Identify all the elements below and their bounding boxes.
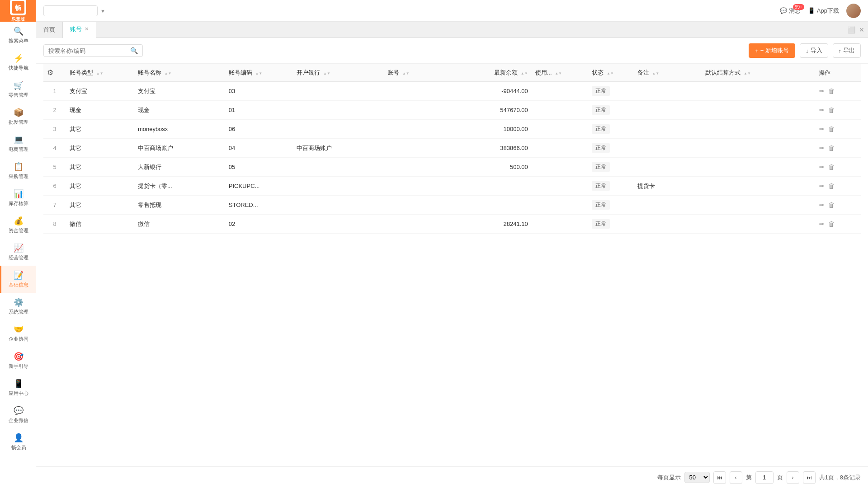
tab-account[interactable]: 账号 ✕ — [63, 22, 96, 38]
sidebar-item-ecommerce[interactable]: 💻 电商管理 — [0, 130, 36, 157]
tab-home-label: 首页 — [43, 26, 55, 34]
page-number-input[interactable] — [755, 471, 774, 484]
tabbar-minimize-icon[interactable]: ⬜ — [848, 26, 855, 33]
status-badge: 正常 — [592, 105, 610, 115]
sidebar-item-member[interactable]: 👤 畅会员 — [0, 428, 36, 455]
cell-settlement — [702, 158, 815, 177]
sort-name-icon: ▲▼ — [165, 72, 172, 75]
table-row: 6 其它 提货卡（零... PICKUPC... 正常 提货卡 ✏ 🗑 — [43, 177, 861, 196]
prev-page-button[interactable]: ‹ — [730, 471, 742, 484]
cell-settlement — [702, 215, 815, 234]
sidebar-item-search-menu[interactable]: 🔍 搜索菜单 — [0, 22, 36, 49]
edit-button[interactable]: ✏ — [819, 125, 825, 133]
cell-settlement — [702, 82, 815, 101]
app-download-button[interactable]: 📱 App下载 — [808, 7, 839, 15]
sidebar-label-basic-info: 基础信息 — [9, 282, 28, 288]
msg-button[interactable]: 💬 消息 99+ — [780, 7, 801, 15]
delete-button[interactable]: 🗑 — [828, 182, 835, 190]
cell-action: ✏ 🗑 — [815, 158, 861, 177]
sidebar-item-operations[interactable]: 📈 经营管理 — [0, 239, 36, 266]
cell-balance — [452, 177, 532, 196]
col-header-use[interactable]: 使用... ▲▼ — [532, 64, 589, 82]
edit-button[interactable]: ✏ — [819, 87, 825, 95]
add-label: + 新增账号 — [760, 47, 789, 55]
cell-name: 中百商场账户 — [134, 139, 225, 158]
cell-bank — [293, 120, 384, 139]
col-header-settings[interactable]: ⚙ — [43, 64, 66, 82]
cell-settlement — [702, 196, 815, 215]
sidebar-item-system[interactable]: ⚙️ 系统管理 — [0, 293, 36, 320]
table-row: 5 其它 大新银行 05 500.00 正常 ✏ 🗑 — [43, 158, 861, 177]
delete-button[interactable]: 🗑 — [828, 125, 835, 133]
sidebar-item-finance[interactable]: 💰 资金管理 — [0, 211, 36, 239]
delete-button[interactable]: 🗑 — [828, 106, 835, 114]
sidebar-item-purchase[interactable]: 📋 采购管理 — [0, 157, 36, 184]
col-header-settlement[interactable]: 默认结算方式 ▲▼ — [702, 64, 815, 82]
edit-button[interactable]: ✏ — [819, 163, 825, 171]
sidebar-icon-app-center: 📱 — [14, 379, 24, 389]
delete-button[interactable]: 🗑 — [828, 220, 835, 228]
cell-status: 正常 — [588, 101, 633, 120]
export-button[interactable]: ↑ 导出 — [833, 43, 861, 58]
user-avatar[interactable] — [846, 4, 861, 18]
tabbar-close-icon[interactable]: ✕ — [859, 26, 864, 33]
sort-bank-icon: ▲▼ — [323, 72, 330, 75]
total-label: 共1页，8条记录 — [819, 474, 861, 482]
col-header-bank[interactable]: 开户银行 ▲▼ — [293, 64, 384, 82]
page-size-select[interactable]: 50 100 200 — [684, 472, 710, 483]
sidebar-item-quick-nav[interactable]: ⚡ 快捷导航 — [0, 49, 36, 76]
sidebar-item-agreement[interactable]: 🤝 企业协同 — [0, 320, 36, 347]
import-button[interactable]: ↓ 导入 — [800, 43, 828, 58]
edit-button[interactable]: ✏ — [819, 201, 825, 209]
page-size-label: 每页显示 — [657, 474, 681, 482]
delete-button[interactable]: 🗑 — [828, 87, 835, 95]
table-row: 4 其它 中百商场账户 04 中百商场账户 383866.00 正常 ✏ 🗑 — [43, 139, 861, 158]
sidebar-item-inventory[interactable]: 📊 库存核算 — [0, 184, 36, 211]
sidebar-icon-finance: 💰 — [14, 216, 24, 226]
col-header-type[interactable]: 账号类型 ▲▼ — [66, 64, 134, 82]
edit-button[interactable]: ✏ — [819, 144, 825, 152]
delete-button[interactable]: 🗑 — [828, 201, 835, 209]
sidebar-item-wholesale[interactable]: 📦 批发管理 — [0, 103, 36, 130]
col-header-code[interactable]: 账号编码 ▲▼ — [225, 64, 293, 82]
content-area: 🔍 + + 新增账号 ↓ 导入 ↑ 导出 — [36, 38, 868, 488]
sidebar-item-retail[interactable]: 🛒 零售管理 — [0, 76, 36, 103]
sidebar-item-wechat[interactable]: 💬 企业微信 — [0, 401, 36, 428]
edit-button[interactable]: ✏ — [819, 220, 825, 228]
edit-button[interactable]: ✏ — [819, 106, 825, 114]
tab-home[interactable]: 首页 — [36, 22, 63, 38]
settings-icon: ⚙ — [47, 69, 53, 76]
search-input[interactable] — [48, 47, 130, 54]
status-badge: 正常 — [592, 124, 610, 134]
last-page-button[interactable]: ⏭ — [803, 471, 816, 484]
cell-status: 正常 — [588, 82, 633, 101]
cell-account — [384, 120, 452, 139]
cell-type: 现金 — [66, 101, 134, 120]
sidebar-label-inventory: 库存核算 — [9, 200, 28, 207]
cell-num: 8 — [43, 215, 66, 234]
cell-type: 其它 — [66, 196, 134, 215]
sidebar-label-member: 畅会员 — [11, 444, 26, 451]
col-header-status[interactable]: 状态 ▲▼ — [588, 64, 633, 82]
sidebar-item-app-center[interactable]: 📱 应用中心 — [0, 374, 36, 401]
col-header-balance[interactable]: 最新余额 ▲▼ — [452, 64, 532, 82]
cell-account — [384, 196, 452, 215]
sidebar-item-basic-info[interactable]: 📝 基础信息 — [0, 266, 36, 293]
first-page-button[interactable]: ⏮ — [713, 471, 726, 484]
col-header-account[interactable]: 账号 ▲▼ — [384, 64, 452, 82]
cell-code: 06 — [225, 120, 293, 139]
next-page-button[interactable]: › — [787, 471, 799, 484]
cell-code: STORED... — [225, 196, 293, 215]
sidebar-label-wholesale: 批发管理 — [9, 119, 28, 126]
delete-button[interactable]: 🗑 — [828, 163, 835, 171]
col-header-name[interactable]: 账号名称 ▲▼ — [134, 64, 225, 82]
add-account-button[interactable]: + + 新增账号 — [749, 43, 795, 58]
delete-button[interactable]: 🗑 — [828, 144, 835, 152]
topbar-search-input[interactable] — [43, 5, 98, 16]
cell-num: 2 — [43, 101, 66, 120]
tab-account-close[interactable]: ✕ — [85, 26, 89, 32]
import-icon: ↓ — [806, 47, 809, 54]
sidebar-item-guide[interactable]: 🎯 新手引导 — [0, 347, 36, 374]
edit-button[interactable]: ✏ — [819, 182, 825, 190]
col-header-notes[interactable]: 备注 ▲▼ — [634, 64, 702, 82]
